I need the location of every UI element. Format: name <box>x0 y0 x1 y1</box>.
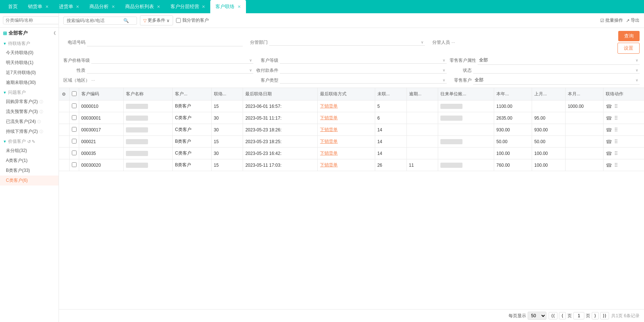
next-page-btn[interactable]: ⟩ <box>592 312 599 319</box>
contact-method-link[interactable]: 下销货单 <box>320 115 338 120</box>
sidebar-tomorrow-pending[interactable]: 明天待联络(1) <box>0 58 59 68</box>
more-action-icon[interactable]: ⠿ <box>614 162 618 168</box>
sidebar-declining[interactable]: 持续下滑客户(2) ⓘ <box>0 127 59 137</box>
nav-customer-tier[interactable]: 客户分层经营 ✕ <box>165 0 211 13</box>
row-checkbox[interactable] <box>72 151 77 155</box>
sidebar-all-customers[interactable]: ⊞ 全部客户 《 <box>0 28 59 39</box>
settings-button[interactable]: 设置 <box>617 43 640 54</box>
my-customers-checkbox-label[interactable]: 我分管的客户 <box>176 17 209 24</box>
nav-home[interactable]: 首页 <box>3 0 23 13</box>
row-checkbox[interactable] <box>72 127 77 132</box>
help-icon1[interactable]: ⓘ <box>39 99 43 105</box>
close-sales-icon[interactable]: ✕ <box>45 4 49 9</box>
export-btn[interactable]: ↗ 导出 <box>626 17 640 24</box>
row-last-method[interactable]: 下销货单 <box>318 159 375 171</box>
row-checkbox[interactable] <box>72 103 77 108</box>
nav-customer-contact[interactable]: 客户联络 ✕ <box>210 0 246 13</box>
toolbar-search-icon[interactable]: 🔍 <box>123 18 129 23</box>
dept-select[interactable]: ∨ <box>269 39 425 46</box>
more-action-icon[interactable]: ⠿ <box>614 115 618 121</box>
phone-action-icon[interactable]: ☎ <box>606 162 612 168</box>
sidebar-churned[interactable]: 已流失客户(24) ⓘ <box>0 117 59 127</box>
nav-sales[interactable]: 销货单 ✕ <box>23 0 54 13</box>
checkbox-col-header[interactable] <box>69 88 79 100</box>
nav-goods-analysis[interactable]: 商品分析 ✕ <box>84 0 120 13</box>
query-button[interactable]: 查询 <box>618 31 640 41</box>
status-select[interactable]: ∨ <box>473 67 640 74</box>
row-last-method[interactable]: 下销货单 <box>318 136 375 148</box>
section-value-customers[interactable]: ▼ 价值客户 ↺ ✎ <box>0 137 59 146</box>
sidebar-search-input[interactable] <box>3 16 59 24</box>
close-goods-analysis-icon[interactable]: ✕ <box>112 4 115 9</box>
select-all-checkbox[interactable] <box>72 91 77 96</box>
customer-type-select[interactable]: ∨ <box>280 77 446 84</box>
sidebar-today-pending[interactable]: 今天待联络(0) <box>0 48 59 58</box>
row-checkbox-cell[interactable] <box>69 136 79 148</box>
help-icon3[interactable]: ⓘ <box>37 119 41 124</box>
collapse-icon[interactable]: 《 <box>52 31 56 36</box>
row-last-method[interactable]: 下销货单 <box>318 100 375 112</box>
nature-select[interactable]: ∨ <box>87 67 253 74</box>
toolbar-search-input[interactable] <box>67 18 122 23</box>
contact-method-link[interactable]: 下销货单 <box>320 127 338 132</box>
row-checkbox[interactable] <box>72 115 77 120</box>
section-problem-customers[interactable]: ▼ 问题客户 <box>0 88 59 97</box>
page-size-select[interactable]: 50 100 200 <box>528 312 546 320</box>
phone-action-icon[interactable]: ☎ <box>606 151 612 156</box>
phone-action-icon[interactable]: ☎ <box>606 103 612 109</box>
customer-level-select[interactable]: ∨ <box>280 57 446 64</box>
row-checkbox[interactable] <box>72 139 77 144</box>
more-action-icon[interactable]: ⠿ <box>614 139 618 145</box>
sidebar-class-b[interactable]: B类客户(33) <box>0 166 59 176</box>
more-action-icon[interactable]: ⠿ <box>614 127 618 133</box>
phone-action-icon[interactable]: ☎ <box>606 115 612 121</box>
sidebar-ungrouped[interactable]: 未分组(32) <box>0 146 59 156</box>
close-customer-tier-icon[interactable]: ✕ <box>202 4 205 9</box>
person-dots-icon[interactable]: ··· <box>451 40 455 45</box>
row-checkbox[interactable] <box>72 162 77 167</box>
payment-select[interactable]: ∨ <box>280 67 446 74</box>
close-customer-contact-icon[interactable]: ✕ <box>237 4 241 9</box>
section-pending-contact[interactable]: ▼ 待联络客户 <box>0 39 59 48</box>
nav-purchase[interactable]: 进货单 ✕ <box>54 0 85 13</box>
more-conditions-btn[interactable]: ▽ 更多条件 ∨ <box>140 15 173 25</box>
sidebar-churn-warning[interactable]: 流失预警客户(3) ⓘ <box>0 107 59 117</box>
row-last-method[interactable]: 下销货单 <box>318 148 375 159</box>
first-page-btn[interactable]: ⟨⟨ <box>549 312 557 319</box>
my-customers-checkbox[interactable] <box>176 18 181 23</box>
close-goods-list-icon[interactable]: ✕ <box>157 4 160 9</box>
more-action-icon[interactable]: ⠿ <box>614 151 618 156</box>
sidebar-overdue-contact[interactable]: 逾期未联络(30) <box>0 78 59 88</box>
phone-input[interactable] <box>87 39 243 46</box>
contact-method-link[interactable]: 下销货单 <box>320 162 338 167</box>
sidebar-class-c[interactable]: C类客户(6) <box>0 176 59 185</box>
contact-method-link[interactable]: 下销货单 <box>320 151 338 156</box>
help-icon4[interactable]: ⓘ <box>39 129 43 134</box>
more-action-icon[interactable]: ⠿ <box>614 103 618 109</box>
row-checkbox-cell[interactable] <box>69 159 79 171</box>
reload-icon[interactable]: ↺ <box>27 139 31 144</box>
contact-method-link[interactable]: 下销货单 <box>320 139 338 144</box>
sidebar-class-a[interactable]: A类客户(1) <box>0 156 59 166</box>
phone-action-icon[interactable]: ☎ <box>606 139 612 145</box>
contact-method-link[interactable]: 下销货单 <box>320 103 338 109</box>
batch-operation-btn[interactable]: ☑ 批量操作 <box>600 17 623 24</box>
settings-col-header[interactable]: ⚙ <box>59 88 69 100</box>
sidebar-7days-pending[interactable]: 近7天待联络(0) <box>0 68 59 78</box>
retail-attr-select[interactable]: 全部 ∨ <box>478 56 640 65</box>
nav-goods-list[interactable]: 商品分析列表 ✕ <box>120 0 165 13</box>
phone-action-icon[interactable]: ☎ <box>606 127 612 133</box>
area-dots-icon[interactable]: ··· <box>91 78 95 83</box>
prev-page-btn[interactable]: ⟨ <box>559 312 566 319</box>
retail-customer-select[interactable]: 全部 ∨ <box>473 76 640 85</box>
row-checkbox-cell[interactable] <box>69 100 79 112</box>
row-checkbox-cell[interactable] <box>69 112 79 124</box>
close-purchase-icon[interactable]: ✕ <box>76 4 79 9</box>
help-icon2[interactable]: ⓘ <box>39 109 43 114</box>
sidebar-repurchase-abnormal[interactable]: 回购异常客户(2) ⓘ <box>0 97 59 107</box>
last-page-btn[interactable]: ⟩⟩ <box>600 312 609 319</box>
price-level-select[interactable]: ∨ <box>91 57 253 64</box>
edit-icon[interactable]: ✎ <box>32 139 35 144</box>
row-checkbox-cell[interactable] <box>69 124 79 136</box>
row-last-method[interactable]: 下销货单 <box>318 112 375 124</box>
